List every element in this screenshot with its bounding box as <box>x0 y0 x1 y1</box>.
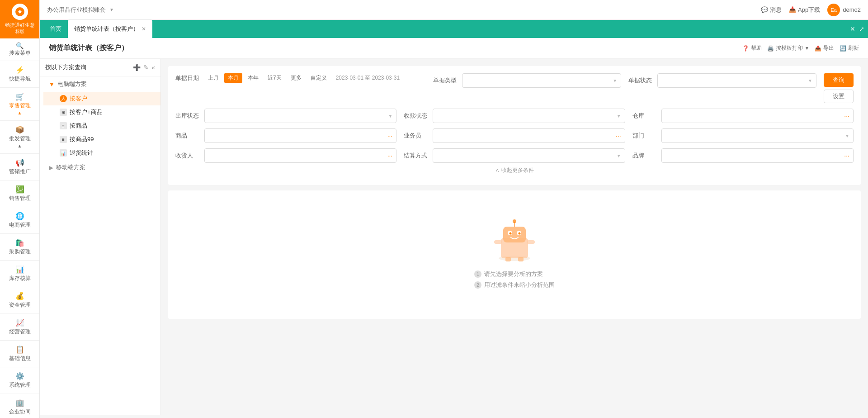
salesperson-label: 业务员 <box>404 132 429 140</box>
tab-sales-stats[interactable]: 销货单统计表（按客户） ✕ <box>68 20 152 38</box>
tree-group-mobile-header[interactable]: ▶ 移动端方案 <box>43 160 160 175</box>
collapse-bar[interactable]: ∧ 收起更多条件 <box>175 163 854 178</box>
sidebar-item-retail[interactable]: 🛒 零售管理 ▲ <box>0 88 39 121</box>
dept-select[interactable]: ▼ <box>661 128 854 143</box>
export-action[interactable]: 📤 导出 <box>815 44 834 52</box>
date-tab-this-month[interactable]: 本月 <box>224 73 242 83</box>
tree-item-by-product-99[interactable]: ≡ 按商品99 <box>43 133 160 146</box>
tree-item-by-product[interactable]: ≡ 按商品 <box>43 119 160 133</box>
settings-btn[interactable]: 设置 <box>824 90 854 103</box>
product-select[interactable]: ··· <box>204 128 396 143</box>
doc-type-label: 单据类型 <box>433 76 458 85</box>
out-status-arrow-icon: ▼ <box>388 114 392 119</box>
app-name: 畅捷通好生意 <box>5 22 35 28</box>
message-btn[interactable]: 💬 消息 <box>761 6 782 14</box>
by-product-label: 按商品 <box>70 122 87 130</box>
user-menu[interactable]: Ea demo2 <box>827 4 861 16</box>
tree-group-desktop-header[interactable]: ▼ 电脑端方案 <box>43 76 160 92</box>
brand-select[interactable]: ··· <box>661 148 854 163</box>
doc-status-label: 单据状态 <box>628 76 654 85</box>
doc-status-select[interactable]: ▼ <box>657 73 816 88</box>
product-item: 商品 ··· <box>175 128 396 143</box>
sidebar-item-ecommerce[interactable]: 🌐 电商管理 <box>0 207 39 234</box>
customer-scheme-icon: 人 <box>60 95 67 102</box>
nav-icon-ecommerce: 🌐 <box>2 212 38 220</box>
sidebar-item-search[interactable]: 🔍 搜索菜单 <box>0 38 39 61</box>
sidebar-item-basic-info[interactable]: 📋 基础信息 <box>0 341 39 367</box>
query-actions: 查询 设置 <box>824 73 854 103</box>
collapse-panel-btn[interactable]: « <box>151 64 155 71</box>
user-initials: Ea <box>831 7 837 13</box>
nav-icon-operations: 📈 <box>2 318 38 327</box>
pay-status-select[interactable]: ▼ <box>433 109 625 123</box>
sidebar-item-wholesale[interactable]: 📦 批发管理 ▲ <box>0 121 39 154</box>
empty-hint-1: 1 请先选择要分析的方案 <box>474 270 555 278</box>
nav-icon-sales: 💹 <box>2 185 38 194</box>
hint-text-2: 用过滤条件来缩小分析范围 <box>484 281 555 289</box>
date-tab-custom[interactable]: 自定义 <box>307 73 330 83</box>
left-panel-actions: ➕ ✎ « <box>133 64 155 71</box>
warehouse-select[interactable]: ··· <box>661 109 854 123</box>
dept-label: 部门 <box>632 132 658 140</box>
print-action[interactable]: 🖨️ 按模板打印 ▼ <box>767 44 809 52</box>
recipient-select[interactable]: ··· <box>204 148 396 163</box>
tab-minimize-btn[interactable]: ✕ <box>850 25 855 33</box>
sidebar-item-quick-nav[interactable]: ⚡ 快捷导航 <box>0 61 39 88</box>
tab-home[interactable]: 首页 <box>43 20 68 38</box>
doc-type-select[interactable]: ▼ <box>462 73 621 88</box>
app-download-btn[interactable]: 📥 App下载 <box>789 6 820 14</box>
query-btn[interactable]: 查询 <box>824 73 854 87</box>
settlement-item: 结算方式 ▼ <box>404 148 625 163</box>
tree-item-return-stats[interactable]: 📊 退货统计 <box>43 146 160 160</box>
sidebar-item-system[interactable]: ⚙️ 系统管理 <box>0 367 39 394</box>
date-tab-last7[interactable]: 近7天 <box>264 73 285 83</box>
tab-bar: 首页 销货单统计表（按客户） ✕ ✕ ⤢ <box>40 20 868 38</box>
nav-icon-marketing: 📢 <box>2 158 38 167</box>
nav-icon-finance: 💰 <box>2 292 38 300</box>
user-avatar: Ea <box>827 4 840 16</box>
sidebar-item-enterprise[interactable]: 🏢 企业协同 <box>0 394 39 418</box>
left-panel-title: 按以下方案查询 <box>45 63 86 71</box>
left-panel: 按以下方案查询 ➕ ✎ « ▼ 电脑端方案 人 <box>40 59 161 415</box>
by-customer-label: 按客户 <box>70 95 87 103</box>
sidebar-item-purchase[interactable]: 🛍️ 采购管理 <box>0 234 39 261</box>
page-actions: ❓ 帮助 🖨️ 按模板打印 ▼ 📤 导出 🔄 刷新 <box>742 44 859 52</box>
date-tab-this-year[interactable]: 本年 <box>244 73 262 83</box>
refresh-label: 刷新 <box>848 44 859 52</box>
hint-num-2: 2 <box>474 281 481 289</box>
add-scheme-btn[interactable]: ➕ <box>133 64 141 71</box>
out-status-item: 出库状态 ▼ <box>175 109 396 123</box>
print-icon: 🖨️ <box>767 45 774 52</box>
refresh-icon: 🔄 <box>840 45 846 52</box>
tree-item-by-customer-product[interactable]: ⊞ 按客户+商品 <box>43 105 160 119</box>
download-icon: 📥 <box>789 6 796 13</box>
date-tab-more[interactable]: 更多 <box>287 73 305 83</box>
tab-close-icon[interactable]: ✕ <box>142 26 146 32</box>
salesperson-select[interactable]: ··· <box>433 128 625 143</box>
filter-form: 单据日期 上月 本月 本年 近7天 更多 自定义 2023-03-01 至 20… <box>168 66 861 185</box>
sidebar-item-marketing[interactable]: 📢 营销推广 <box>0 154 39 180</box>
tree-group-mobile: ▶ 移动端方案 <box>40 160 160 175</box>
sidebar-item-operations[interactable]: 📈 经营管理 <box>0 314 39 341</box>
refresh-action[interactable]: 🔄 刷新 <box>840 44 859 52</box>
two-pane-layout: 按以下方案查询 ➕ ✎ « ▼ 电脑端方案 人 <box>40 59 868 415</box>
tree-expand-icon: ▼ <box>49 81 55 88</box>
settlement-select[interactable]: ▼ <box>433 148 625 163</box>
sidebar-item-sales[interactable]: 💹 销售管理 <box>0 180 39 207</box>
salesperson-item: 业务员 ··· <box>404 128 625 143</box>
sidebar-item-inventory[interactable]: 📊 库存核算 <box>0 261 39 287</box>
brand-label: 品牌 <box>632 152 658 160</box>
help-action[interactable]: ❓ 帮助 <box>742 44 762 52</box>
date-tab-last-month[interactable]: 上月 <box>204 73 222 83</box>
out-status-label: 出库状态 <box>175 112 201 120</box>
edit-scheme-btn[interactable]: ✎ <box>143 64 149 71</box>
tab-maximize-btn[interactable]: ⤢ <box>859 25 864 33</box>
sidebar-item-finance[interactable]: 💰 资金管理 <box>0 287 39 314</box>
top-header: 办公用品行业模拟账套 ▼ 💬 消息 📥 App下载 Ea demo2 <box>40 0 868 20</box>
help-icon: ❓ <box>742 45 749 52</box>
out-status-select[interactable]: ▼ <box>204 109 396 123</box>
tree-item-by-customer[interactable]: 人 按客户 <box>43 92 160 105</box>
breadcrumb-dropdown-icon[interactable]: ▼ <box>109 7 114 12</box>
header-breadcrumb-area: 办公用品行业模拟账套 ▼ <box>47 6 114 14</box>
app-download-label: App下载 <box>798 6 820 14</box>
